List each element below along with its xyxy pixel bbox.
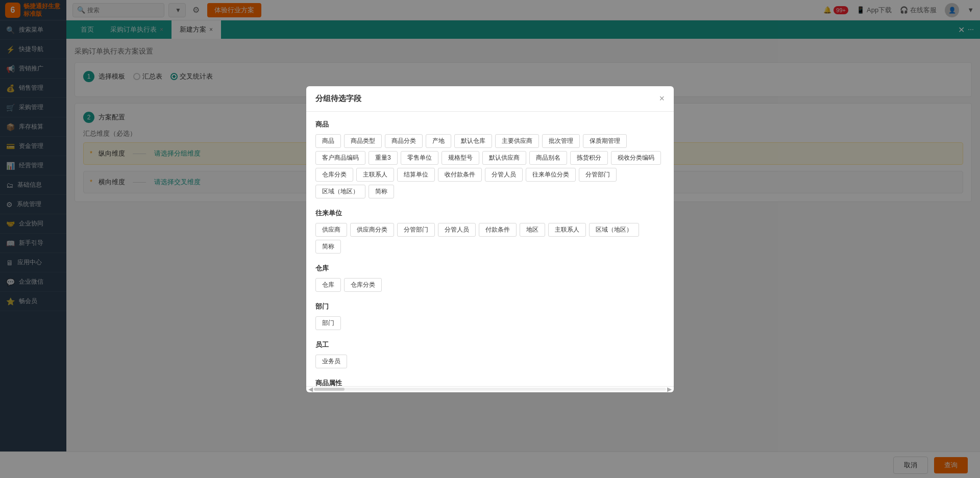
section-4: 员工业务员 — [315, 340, 665, 368]
field-tag-0-22[interactable]: 分管部门 — [579, 168, 617, 182]
field-tag-0-14[interactable]: 拣货积分 — [570, 151, 608, 165]
hscroll-thumb — [314, 388, 345, 391]
field-tag-0-21[interactable]: 往来单位分类 — [526, 168, 576, 182]
field-tag-0-2[interactable]: 商品分类 — [385, 134, 423, 148]
section-3: 部门部门 — [315, 302, 665, 330]
section-title-4: 员工 — [315, 340, 665, 349]
field-tag-0-13[interactable]: 商品别名 — [529, 151, 567, 165]
field-tag-1-1[interactable]: 供应商分类 — [350, 223, 394, 237]
section-title-5: 商品属性 — [315, 379, 665, 386]
field-tag-0-23[interactable]: 区域（地区） — [315, 185, 365, 198]
modal-hscroll[interactable]: ◀ ▶ — [306, 386, 674, 392]
field-tag-0-16[interactable]: 仓库分类 — [315, 168, 353, 182]
section-title-1: 往来单位 — [315, 209, 665, 218]
field-tag-0-4[interactable]: 默认仓库 — [454, 134, 492, 148]
section-1: 往来单位供应商供应商分类分管部门分管人员付款条件地区主联系人区域（地区）简称 — [315, 209, 665, 254]
field-tag-0-10[interactable]: 零售单位 — [401, 151, 438, 165]
hscroll-left[interactable]: ◀ — [307, 386, 314, 393]
field-tag-1-8[interactable]: 简称 — [315, 240, 341, 254]
field-tag-0-9[interactable]: 重量3 — [369, 151, 398, 165]
field-tags-1: 供应商供应商分类分管部门分管人员付款条件地区主联系人区域（地区）简称 — [315, 223, 665, 254]
section-0: 商品商品商品类型商品分类产地默认仓库主要供应商批次管理保质期管理客户商品编码重量… — [315, 120, 665, 198]
field-tag-1-7[interactable]: 区域（地区） — [589, 223, 639, 237]
section-title-0: 商品 — [315, 120, 665, 129]
section-5: 商品属性属性颜色多规格尺码鞋码1 — [315, 379, 665, 386]
field-tag-0-18[interactable]: 结算单位 — [397, 168, 435, 182]
field-tag-1-0[interactable]: 供应商 — [315, 223, 347, 237]
field-tag-0-8[interactable]: 客户商品编码 — [315, 151, 365, 165]
section-title-3: 部门 — [315, 302, 665, 311]
field-tag-1-4[interactable]: 付款条件 — [479, 223, 517, 237]
field-tag-4-0[interactable]: 业务员 — [315, 355, 347, 368]
field-tag-1-3[interactable]: 分管人员 — [438, 223, 476, 237]
field-tags-0: 商品商品类型商品分类产地默认仓库主要供应商批次管理保质期管理客户商品编码重量3零… — [315, 134, 665, 198]
field-tag-1-2[interactable]: 分管部门 — [397, 223, 435, 237]
field-tag-0-20[interactable]: 分管人员 — [485, 168, 523, 182]
field-tag-1-5[interactable]: 地区 — [520, 223, 545, 237]
field-tag-0-24[interactable]: 简称 — [369, 185, 394, 198]
field-tag-0-19[interactable]: 收付款条件 — [438, 168, 482, 182]
field-tag-0-5[interactable]: 主要供应商 — [495, 134, 539, 148]
field-tag-0-3[interactable]: 产地 — [426, 134, 451, 148]
section-2: 仓库仓库仓库分类 — [315, 264, 665, 292]
field-tag-0-6[interactable]: 批次管理 — [542, 134, 580, 148]
field-tags-4: 业务员 — [315, 355, 665, 368]
field-tag-0-17[interactable]: 主联系人 — [356, 168, 394, 182]
field-tag-0-1[interactable]: 商品类型 — [344, 134, 382, 148]
field-tag-2-1[interactable]: 仓库分类 — [344, 278, 382, 292]
modal-title: 分组待选字段 — [315, 94, 361, 104]
modal: 分组待选字段 × 商品商品商品类型商品分类产地默认仓库主要供应商批次管理保质期管… — [306, 86, 674, 392]
field-tag-0-15[interactable]: 税收分类编码 — [611, 151, 661, 165]
modal-header: 分组待选字段 × — [306, 86, 674, 112]
modal-body: 商品商品商品类型商品分类产地默认仓库主要供应商批次管理保质期管理客户商品编码重量… — [306, 112, 674, 386]
field-tags-2: 仓库仓库分类 — [315, 278, 665, 292]
hscroll-track — [314, 388, 666, 391]
field-tag-2-0[interactable]: 仓库 — [315, 278, 341, 292]
section-title-2: 仓库 — [315, 264, 665, 273]
field-tag-1-6[interactable]: 主联系人 — [548, 223, 586, 237]
field-tags-3: 部门 — [315, 316, 665, 330]
field-tag-0-7[interactable]: 保质期管理 — [583, 134, 627, 148]
modal-close-icon[interactable]: × — [659, 93, 665, 104]
hscroll-right[interactable]: ▶ — [666, 386, 673, 393]
field-tag-3-0[interactable]: 部门 — [315, 316, 341, 330]
field-tag-0-12[interactable]: 默认供应商 — [482, 151, 526, 165]
field-tag-0-11[interactable]: 规格型号 — [442, 151, 479, 165]
field-tag-0-0[interactable]: 商品 — [315, 134, 341, 148]
